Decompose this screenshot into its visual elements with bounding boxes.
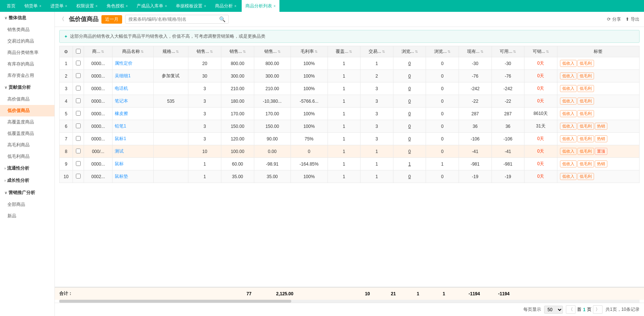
filter-recent-month-button[interactable]: 近一月 xyxy=(101,15,122,24)
cell-view1[interactable]: 0 xyxy=(393,120,426,133)
page-first-button[interactable]: 〈 xyxy=(566,305,576,314)
sort-icon-sale-qty[interactable]: ⇅ xyxy=(210,50,213,54)
scrollbar-thumb[interactable] xyxy=(59,300,291,303)
cell-name[interactable]: 橡皮擦 xyxy=(113,108,153,120)
row-checkbox[interactable] xyxy=(76,98,81,103)
cell-name[interactable]: 属性定价 xyxy=(113,57,153,70)
cell-view1[interactable]: 0 xyxy=(393,95,426,108)
sidebar-item-new-products[interactable]: 新品 xyxy=(0,210,54,222)
cell-name[interactable]: 铅笔1 xyxy=(113,120,153,133)
sidebar-group-circulation[interactable]: › 流通性分析 xyxy=(0,162,54,174)
sidebar-item-sales-products[interactable]: 销售类商品 xyxy=(0,24,54,35)
cell-view1[interactable]: 0 xyxy=(393,133,426,145)
export-button[interactable]: ⬆ 导出 xyxy=(625,16,640,23)
sort-icon-view1[interactable]: ⇅ xyxy=(415,50,418,54)
share-button[interactable]: ⟳ 分享 xyxy=(607,16,621,23)
cell-view1[interactable]: 0 xyxy=(393,108,426,120)
sort-icon-gross-rate[interactable]: ⇅ xyxy=(315,50,318,54)
sidebar-item-stock-products[interactable]: 有库存的商品 xyxy=(0,58,54,70)
horizontal-scrollbar[interactable] xyxy=(59,300,640,303)
row-checkbox[interactable] xyxy=(76,73,81,78)
cell-name[interactable]: 鼠标1 xyxy=(113,133,153,145)
nav-item-warehouse[interactable]: 产成品入库单 × xyxy=(133,0,171,12)
col-trade[interactable]: 交易...⇅ xyxy=(360,46,393,57)
search-icon[interactable]: 🔍 xyxy=(219,16,225,22)
nav-close-warehouse[interactable]: × xyxy=(165,4,167,8)
col-settings[interactable]: ⚙ xyxy=(60,46,73,57)
col-code[interactable]: 商...⇅ xyxy=(84,46,113,57)
sidebar-item-stock-capital[interactable]: 库存资金占用 xyxy=(0,70,54,81)
cell-checkbox[interactable] xyxy=(73,70,84,82)
row-checkbox[interactable] xyxy=(76,149,81,153)
cell-checkbox[interactable] xyxy=(73,133,84,145)
nav-close-purchase[interactable]: × xyxy=(65,4,67,8)
nav-close-permissions[interactable]: × xyxy=(95,4,98,8)
cell-checkbox[interactable] xyxy=(73,82,84,95)
sidebar-item-all-products[interactable]: 全部商品 xyxy=(0,199,54,210)
row-checkbox[interactable] xyxy=(76,174,81,179)
nav-item-purchase[interactable]: 进货单 × xyxy=(47,0,71,12)
col-sellable[interactable]: 可销...⇅ xyxy=(524,46,557,57)
sort-icon-name[interactable]: ⇅ xyxy=(141,50,144,54)
collapse-sidebar-button[interactable]: 《 xyxy=(59,16,64,23)
cell-name[interactable]: 鼠标 xyxy=(113,158,153,170)
col-available[interactable]: 可用...⇅ xyxy=(492,46,524,57)
page-size-select[interactable]: 50 20 100 xyxy=(544,306,563,314)
cell-name[interactable]: 测试 xyxy=(113,145,153,158)
sidebar-item-traded-products[interactable]: 交易过的商品 xyxy=(0,35,54,47)
sidebar-item-category-sales-rate[interactable]: 商品分类销售率 xyxy=(0,47,54,58)
cell-checkbox[interactable] xyxy=(73,57,84,70)
col-current[interactable]: 现有...⇅ xyxy=(459,46,492,57)
sidebar-group-marketing[interactable]: ∨ 营销推广分析 xyxy=(0,187,54,199)
cell-checkbox[interactable] xyxy=(73,158,84,170)
col-view2[interactable]: 浏览...⇅ xyxy=(426,46,459,57)
nav-item-roles[interactable]: 角色授权 × xyxy=(103,0,132,12)
sort-icon-view2[interactable]: ⇅ xyxy=(447,50,450,54)
cell-checkbox[interactable] xyxy=(73,95,84,108)
cell-name[interactable]: 鼠标垫 xyxy=(113,170,153,183)
cell-name[interactable]: 电话机 xyxy=(113,82,153,95)
sort-icon-trade[interactable]: ⇅ xyxy=(382,50,385,54)
col-coverage[interactable]: 覆盖...⇅ xyxy=(328,46,360,57)
nav-item-template[interactable]: 单据模板设置 × xyxy=(172,0,210,12)
nav-close-product-analysis[interactable]: × xyxy=(234,4,237,8)
sort-icon-sale-amt[interactable]: ⇅ xyxy=(278,50,281,54)
cell-checkbox[interactable] xyxy=(73,170,84,183)
row-checkbox[interactable] xyxy=(76,161,81,166)
nav-close-roles[interactable]: × xyxy=(126,4,128,8)
sidebar-item-low-margin[interactable]: 低毛利商品 xyxy=(0,151,54,162)
cell-name[interactable]: 笔记本 xyxy=(113,95,153,108)
search-input[interactable] xyxy=(128,17,218,22)
sidebar-group-growth[interactable]: › 成长性分析 xyxy=(0,174,54,187)
nav-item-sales[interactable]: 销货单 × xyxy=(21,0,45,12)
col-spec[interactable]: 规格...⇅ xyxy=(153,46,188,57)
col-name[interactable]: 商品名称⇅ xyxy=(113,46,153,57)
sort-icon-current[interactable]: ⇅ xyxy=(480,50,483,54)
nav-item-product-analysis[interactable]: 商品分析 × xyxy=(211,0,240,12)
cell-view1[interactable]: 0 xyxy=(393,70,426,82)
row-checkbox[interactable] xyxy=(76,111,81,116)
cell-view1[interactable]: 0 xyxy=(393,170,426,183)
nav-item-permissions[interactable]: 权限设置 × xyxy=(73,0,101,12)
sidebar-item-high-coverage[interactable]: 高覆盖度商品 xyxy=(0,116,54,128)
row-checkbox[interactable] xyxy=(76,123,81,128)
nav-close-template[interactable]: × xyxy=(204,4,206,8)
nav-item-home[interactable]: 首页 xyxy=(3,0,19,12)
col-gross-rate[interactable]: 毛利率⇅ xyxy=(291,46,328,57)
cell-checkbox[interactable] xyxy=(73,120,84,133)
sidebar-group-contribution[interactable]: ∨ 贡献值分析 xyxy=(0,81,54,94)
sort-icon-available[interactable]: ⇅ xyxy=(513,50,516,54)
sidebar-item-low-value[interactable]: 低价值商品 xyxy=(0,105,54,116)
row-checkbox[interactable] xyxy=(76,61,81,65)
sidebar-group-overall[interactable]: ∨ 整体信息 xyxy=(0,12,54,24)
cell-name[interactable]: 吴细细1 xyxy=(113,70,153,82)
cell-checkbox[interactable] xyxy=(73,108,84,120)
settings-icon[interactable]: ⚙ xyxy=(64,49,68,54)
sort-icon-sellable[interactable]: ⇅ xyxy=(546,50,549,54)
sort-icon-spec[interactable]: ⇅ xyxy=(176,50,179,54)
row-checkbox[interactable] xyxy=(76,86,81,91)
cell-view1[interactable]: 0 xyxy=(393,145,426,158)
cell-view1[interactable]: 0 xyxy=(393,82,426,95)
cell-view1[interactable]: 0 xyxy=(393,57,426,70)
row-checkbox[interactable] xyxy=(76,136,81,141)
